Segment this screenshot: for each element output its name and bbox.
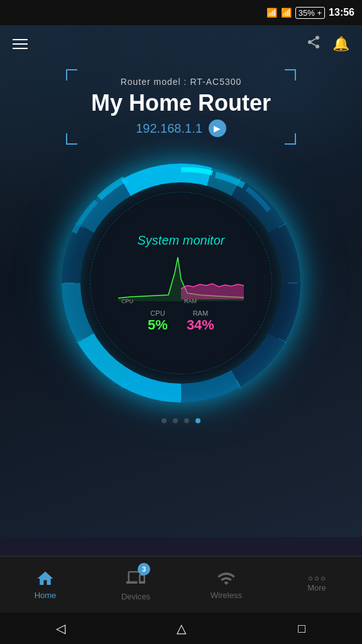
system-monitor-label: System monitor	[138, 233, 225, 248]
hamburger-menu[interactable]	[13, 39, 28, 49]
recent-apps-button[interactable]: □	[289, 616, 314, 641]
chart-area: CPU RAM	[118, 254, 244, 304]
svg-line-9	[278, 338, 287, 343]
svg-line-10	[236, 380, 241, 389]
wifi-icon: 📶	[266, 8, 277, 18]
ram-stat: RAM 34%	[187, 309, 214, 333]
top-right-icons: 🔔	[306, 35, 349, 53]
svg-line-7	[278, 223, 287, 228]
svg-point-2	[315, 45, 319, 48]
bottom-navigation: Home 3 Devices Wireless More	[0, 556, 362, 613]
wireless-icon	[217, 569, 236, 588]
router-info: Router model : RT-AC5300 My Home Router …	[66, 69, 296, 145]
cpu-stat: CPU 5%	[148, 309, 168, 333]
nav-label-wireless: Wireless	[211, 591, 242, 600]
nav-label-devices: Devices	[121, 592, 150, 601]
status-time: 13:56	[329, 7, 354, 18]
router-model: Router model : RT-AC5300	[91, 77, 271, 87]
status-icons: 📶 📶 35% + 13:56	[266, 7, 354, 19]
svg-text:CPU: CPU	[121, 298, 133, 304]
more-dots-icon	[309, 577, 325, 580]
page-dot-4[interactable]	[195, 418, 200, 423]
notification-bell-icon[interactable]: 🔔	[332, 36, 349, 52]
page-dot-2[interactable]	[173, 418, 178, 423]
ram-label: RAM	[193, 309, 208, 317]
cpu-value: 5%	[148, 317, 168, 333]
router-ip-row: 192.168.1.1 ▶	[91, 119, 271, 137]
ram-value: 34%	[187, 317, 214, 333]
nav-item-devices[interactable]: 3 Devices	[90, 557, 181, 613]
router-ip: 192.168.1.1	[136, 121, 202, 136]
nav-label-more: More	[307, 583, 326, 592]
stats-row: CPU 5% RAM 34%	[148, 309, 214, 333]
top-bar: 🔔	[0, 25, 362, 63]
back-button[interactable]: ◁	[48, 616, 73, 641]
svg-point-1	[308, 40, 312, 44]
battery-indicator: 35% +	[295, 7, 325, 19]
svg-point-0	[315, 36, 319, 40]
nav-label-home: Home	[35, 591, 57, 600]
ip-navigate-button[interactable]: ▶	[209, 119, 226, 137]
nav-item-more[interactable]: More	[272, 557, 362, 613]
status-bar: 📶 📶 35% + 13:56	[0, 0, 362, 25]
system-navigation-bar: ◁ △ □	[0, 613, 362, 644]
cpu-label: CPU	[150, 309, 165, 317]
nav-item-wireless[interactable]: Wireless	[181, 557, 272, 613]
home-button[interactable]: △	[168, 616, 194, 641]
svg-line-4	[312, 39, 316, 42]
system-monitor-circle: System monitor CPU RAM	[62, 164, 300, 402]
page-dot-3[interactable]	[184, 418, 189, 423]
svg-line-12	[121, 380, 126, 389]
signal-icon: 📶	[281, 8, 292, 18]
svg-line-3	[312, 43, 316, 46]
nav-item-home[interactable]: Home	[0, 557, 90, 613]
page-indicators	[162, 418, 200, 423]
home-icon	[36, 569, 55, 588]
router-name: My Home Router	[91, 90, 271, 116]
devices-badge: 3	[138, 563, 150, 575]
page-dot-1[interactable]	[162, 418, 167, 423]
svg-text:RAM: RAM	[184, 298, 197, 304]
share-icon[interactable]	[306, 35, 321, 53]
main-content: 🔔 Router model : RT-AC5300 My Home Route…	[0, 25, 362, 537]
svg-line-13	[75, 338, 84, 343]
system-monitor-inner: System monitor CPU RAM	[99, 201, 263, 365]
